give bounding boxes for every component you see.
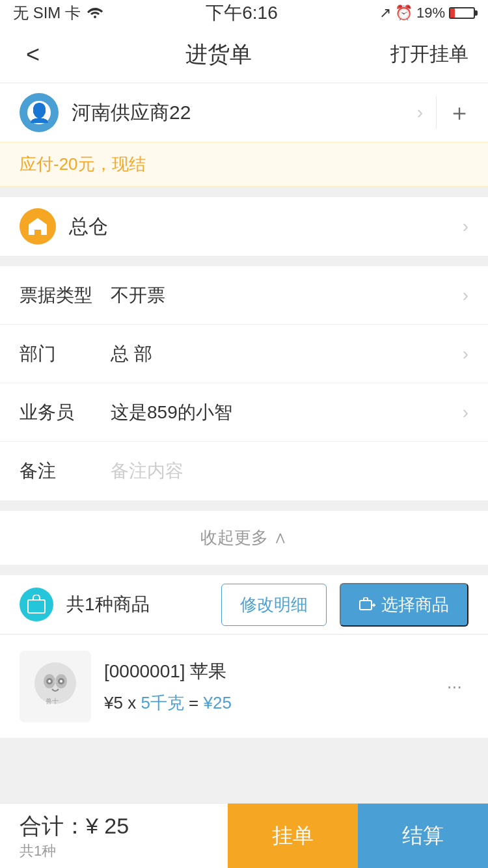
svg-text:兽十: 兽十 (46, 698, 59, 705)
warehouse-card: 总仓 › (0, 197, 488, 256)
product-code: [0000001] (104, 661, 190, 681)
remark-placeholder: 备注内容 (111, 459, 468, 483)
hang-label: 挂单 (272, 822, 314, 850)
total-price: ¥25 (204, 693, 232, 712)
supplier-chevron-icon: › (417, 102, 423, 123)
wifi-icon (86, 4, 104, 22)
footer-total: 合计：¥ 25 共1种 (0, 804, 228, 868)
product-header: 共1种商品 修改明细 选择商品 (0, 575, 488, 634)
invoice-chevron-icon: › (463, 285, 468, 306)
select-product-label: 选择商品 (381, 593, 449, 616)
remark-row[interactable]: 备注 备注内容 (0, 442, 488, 500)
status-time: 下午6:16 (206, 1, 278, 25)
supplier-row[interactable]: 👤 河南供应商22 › ＋ (0, 83, 488, 142)
sales-chevron-icon: › (463, 402, 468, 423)
product-name: [0000001] 苹果 (104, 659, 441, 684)
open-hang-button[interactable]: 打开挂单 (390, 41, 468, 68)
select-product-button[interactable]: 选择商品 (340, 583, 468, 627)
collapse-bar[interactable]: 收起更多 ∧ (0, 511, 488, 565)
edit-detail-button[interactable]: 修改明细 (221, 584, 327, 626)
collapse-label: 收起更多 ∧ (200, 526, 287, 549)
page-title: 进货单 (185, 40, 252, 70)
remark-label: 备注 (20, 459, 111, 483)
battery-icon (449, 7, 475, 19)
dept-label: 部门 (20, 342, 111, 366)
supplier-card: 👤 河南供应商22 › ＋ 应付-20元，现结 (0, 83, 488, 187)
checkout-button[interactable]: 结算 (358, 804, 488, 868)
footer: 合计：¥ 25 共1种 挂单 结算 (0, 803, 488, 868)
total-amount: ¥ 25 (86, 813, 129, 838)
total-label: 合计： (20, 813, 86, 838)
warehouse-icon (20, 208, 56, 245)
warehouse-name: 总仓 (69, 213, 463, 240)
svg-point-9 (48, 680, 51, 683)
battery-percent: 19% (416, 5, 445, 21)
location-icon: ↗ (379, 5, 391, 21)
quantity: 5千克 (141, 693, 183, 712)
sales-value: 这是859的小智 (111, 400, 463, 425)
carrier-text: 无 SIM 卡 (13, 3, 81, 23)
back-button[interactable]: < (20, 34, 46, 75)
nav-bar: < 进货单 打开挂单 (0, 26, 488, 83)
supplier-name: 河南供应商22 (72, 100, 417, 126)
svg-rect-0 (28, 600, 45, 613)
product-title: 苹果 (190, 661, 226, 681)
warehouse-chevron-icon: › (463, 216, 468, 237)
invoice-row[interactable]: 票据类型 不开票 › (0, 266, 488, 325)
supplier-notice: 应付-20元，现结 (0, 142, 488, 187)
product-owl-icon: 兽十 (33, 660, 78, 713)
unit-price: ¥5 x (104, 693, 141, 712)
checkout-label: 结算 (402, 822, 444, 850)
svg-rect-1 (360, 601, 372, 610)
status-right: ↗ ⏰ 19% (379, 5, 475, 21)
dept-row[interactable]: 部门 总 部 › (0, 325, 488, 383)
product-price: ¥5 x 5千克 = ¥25 (104, 692, 441, 714)
dept-value: 总 部 (111, 342, 463, 366)
alarm-icon: ⏰ (395, 5, 413, 21)
invoice-label: 票据类型 (20, 283, 111, 308)
warehouse-row[interactable]: 总仓 › (0, 197, 488, 256)
invoice-value: 不开票 (111, 283, 463, 308)
product-item: 兽十 [0000001] 苹果 ¥5 x 5千克 = ¥25 ··· (0, 635, 488, 738)
sales-label: 业务员 (20, 400, 111, 425)
sales-row[interactable]: 业务员 这是859的小智 › (0, 383, 488, 442)
dept-chevron-icon: › (463, 344, 468, 364)
supplier-avatar: 👤 (20, 93, 59, 132)
product-count-icon (20, 588, 53, 621)
form-card: 票据类型 不开票 › 部门 总 部 › 业务员 这是859的小智 › 备注 备注… (0, 266, 488, 500)
more-options-button[interactable]: ··· (441, 670, 468, 703)
product-count-text: 共1种商品 (66, 592, 208, 617)
product-thumbnail: 兽十 (20, 651, 91, 722)
status-bar: 无 SIM 卡 下午6:16 ↗ ⏰ 19% (0, 0, 488, 26)
add-button[interactable]: ＋ (436, 96, 468, 129)
hang-button[interactable]: 挂单 (228, 804, 358, 868)
person-icon: 👤 (28, 102, 51, 124)
product-info: [0000001] 苹果 ¥5 x 5千克 = ¥25 (104, 659, 441, 714)
footer-total-amount: 合计：¥ 25 (20, 811, 208, 841)
svg-point-10 (60, 680, 62, 683)
footer-total-count: 共1种 (20, 841, 208, 861)
equals-sign: = (189, 693, 203, 712)
status-left: 无 SIM 卡 (13, 3, 104, 23)
content: 👤 河南供应商22 › ＋ 应付-20元，现结 总仓 › 票据类型 不开票 › (0, 83, 488, 738)
